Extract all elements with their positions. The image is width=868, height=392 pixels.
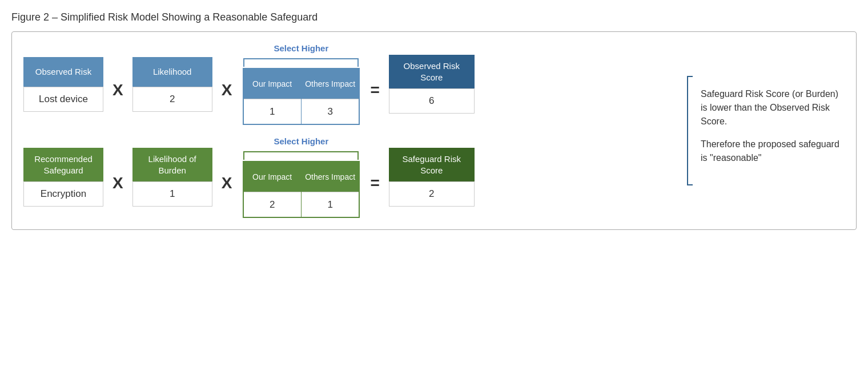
observed-risk-value: Lost device	[23, 87, 103, 112]
top-double-block: Our Impact 1 Others Impact 3	[243, 68, 360, 125]
top-our-impact-header: Our Impact	[244, 69, 301, 99]
bottom-bracket-svg	[241, 148, 361, 161]
likelihood-block: Likelihood 2	[132, 57, 212, 112]
top-multiply-operator: X	[109, 81, 127, 99]
top-others-impact-value: 3	[302, 99, 359, 124]
right-text-paragraph2: Therefore the proposed safeguard is "rea…	[701, 138, 845, 165]
right-text-paragraph1: Safeguard Risk Score (or Burden) is lowe…	[701, 87, 845, 128]
bottom-others-impact-header: Others Impact	[302, 162, 359, 192]
top-equals-operator: =	[367, 81, 383, 99]
observed-risk-score-header: Observed Risk Score	[389, 55, 475, 88]
safeguard-risk-score-value: 2	[389, 181, 475, 207]
right-text: Safeguard Risk Score (or Burden) is lowe…	[695, 87, 845, 174]
top-multiply-operator-2: X	[218, 81, 236, 99]
top-row: Observed Risk Lost device X Likelihood 2…	[23, 43, 685, 125]
likelihood-header: Likelihood	[132, 57, 212, 87]
observed-risk-score-block: Observed Risk Score 6	[389, 55, 475, 114]
bottom-impact-container: Select Higher Our Impact 2 Others Impact	[241, 136, 361, 218]
right-bracket-svg	[685, 74, 695, 188]
top-bracket-svg	[241, 55, 361, 68]
likelihood-burden-value: 1	[132, 181, 212, 207]
bottom-equals-operator: =	[367, 174, 383, 192]
observed-risk-score-value: 6	[389, 88, 475, 114]
likelihood-burden-header: Likelihood of Burden	[132, 148, 212, 181]
top-others-impact-header: Others Impact	[302, 69, 359, 99]
bottom-multiply-operator: X	[109, 174, 127, 192]
figure-title: Figure 2 – Simplified Risk Model Showing…	[11, 11, 857, 23]
bottom-row: Recommended Safeguard Encryption X Likel…	[23, 136, 685, 218]
left-section: Observed Risk Lost device X Likelihood 2…	[23, 43, 685, 218]
bottom-others-impact-value: 1	[302, 192, 359, 217]
recommended-safeguard-header: Recommended Safeguard	[23, 148, 103, 181]
safeguard-risk-score-block: Safeguard Risk Score 2	[389, 148, 475, 207]
likelihood-value: 2	[132, 87, 212, 112]
observed-risk-block: Observed Risk Lost device	[23, 57, 103, 112]
safeguard-risk-score-header: Safeguard Risk Score	[389, 148, 475, 181]
bottom-select-higher-label: Select Higher	[274, 136, 328, 146]
recommended-safeguard-block: Recommended Safeguard Encryption	[23, 148, 103, 207]
bottom-our-impact-header: Our Impact	[244, 162, 301, 192]
bottom-multiply-operator-2: X	[218, 174, 236, 192]
top-others-impact-block: Others Impact 3	[302, 69, 359, 124]
top-our-impact-value: 1	[244, 99, 301, 124]
top-our-impact-block: Our Impact 1	[244, 69, 301, 124]
bottom-our-impact-value: 2	[244, 192, 301, 217]
top-impact-container: Select Higher Our Impact 1 Others Impact	[241, 43, 361, 125]
recommended-safeguard-value: Encryption	[23, 181, 103, 207]
diagram-box: Observed Risk Lost device X Likelihood 2…	[11, 31, 857, 230]
likelihood-burden-block: Likelihood of Burden 1	[132, 148, 212, 207]
right-section: Safeguard Risk Score (or Burden) is lowe…	[685, 87, 845, 174]
bottom-others-impact-block: Others Impact 1	[302, 162, 359, 217]
bottom-double-block: Our Impact 2 Others Impact 1	[243, 161, 360, 218]
bottom-our-impact-block: Our Impact 2	[244, 162, 301, 217]
top-select-higher-label: Select Higher	[274, 43, 328, 53]
observed-risk-header: Observed Risk	[23, 57, 103, 87]
